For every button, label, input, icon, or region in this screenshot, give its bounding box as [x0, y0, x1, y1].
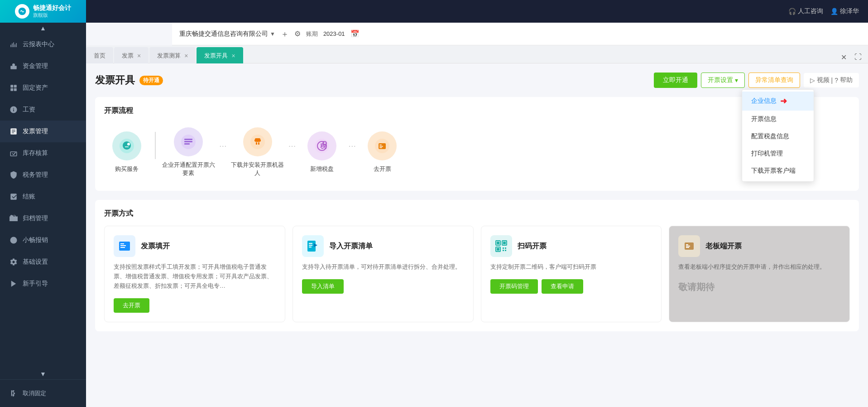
sidebar-item-invoice[interactable]: 发票管理	[0, 121, 86, 142]
process-icon-2	[174, 127, 203, 156]
svg-rect-52	[505, 247, 506, 249]
tab-invoice-issue[interactable]: 发票开具 ×	[197, 47, 243, 63]
help-consult-btn[interactable]: 🎧 人工咨询	[788, 7, 823, 15]
settings-btn-label: 开票设置	[708, 76, 733, 84]
sidebar-item-expense[interactable]: 小畅报销	[0, 229, 86, 251]
sidebar-item-salary[interactable]: 工资	[0, 99, 86, 121]
company-name-display[interactable]: 重庆畅捷交通信息咨询有限公司 ▼	[179, 30, 275, 38]
sidebar-item-close-account[interactable]: 结账	[0, 186, 86, 208]
process-step-3: 下载并安装开票机器人	[230, 127, 285, 177]
method-card-fill-header: 发票填开	[114, 235, 276, 257]
svg-rect-49	[503, 242, 506, 244]
dropdown-company-info-label: 企业信息	[751, 97, 777, 105]
page-title-area: 发票开具 待开通	[95, 73, 163, 87]
sidebar-item-settings[interactable]: 基础设置	[0, 251, 86, 273]
tab-home[interactable]: 首页	[86, 47, 113, 63]
tab-invoice-close[interactable]: ×	[137, 52, 141, 59]
logo-area: 畅捷通好会计 旗舰版	[0, 0, 86, 23]
sidebar-item-asset[interactable]: 固定资产	[0, 77, 86, 99]
method-card-fill: 发票填开 支持按照发票样式手工填开发票；可开具增值税电子普通发票、增值税普通发票…	[104, 226, 285, 322]
tab-close-btn[interactable]: ✕	[837, 51, 850, 63]
tab-invoice-calc-close[interactable]: ×	[184, 52, 188, 59]
svg-rect-54	[505, 250, 506, 251]
method-icon-boss	[678, 235, 700, 257]
calendar-icon[interactable]: 📅	[350, 29, 360, 38]
add-company-btn[interactable]: ＋	[281, 29, 289, 39]
tab-invoice[interactable]: 发票 ×	[114, 47, 149, 63]
method-title-fill: 发票填开	[141, 242, 170, 251]
method-icon-import	[302, 235, 324, 257]
tabs-bar: 首页 发票 × 发票测算 × 发票开具 × ✕ ⛶	[86, 45, 868, 63]
user-name-label: 徐泽华	[840, 7, 859, 15]
settings-chevron-icon: ▾	[735, 77, 738, 84]
svg-rect-38	[120, 245, 126, 246]
settings-btn[interactable]: 开票设置 ▾	[701, 73, 745, 88]
go-invoice-btn[interactable]: 去开票	[114, 298, 149, 313]
top-bar: 畅捷通好会计 旗舰版 🎧 人工咨询 👤 徐泽华	[0, 0, 868, 23]
sidebar-bottom: 取消固定	[0, 379, 86, 407]
guide-icon	[9, 279, 18, 288]
sidebar-item-guide[interactable]: 新手引导	[0, 273, 86, 295]
dropdown-item-invoice-info[interactable]: 开票信息	[742, 111, 814, 128]
stock-icon	[9, 149, 18, 158]
dropdown-item-download-client[interactable]: 下载开票客户端	[742, 162, 814, 179]
header-actions: 立即开通 开票设置 ▾ 企业信息 ➜ 开票信息	[654, 73, 859, 88]
view-apply-btn[interactable]: 查看申请	[542, 279, 583, 294]
dropdown-item-company-info[interactable]: 企业信息 ➜	[742, 92, 814, 111]
dropdown-tax-config-label: 配置税盘信息	[751, 132, 789, 141]
sidebar-scroll-down[interactable]: ▼	[0, 368, 86, 379]
sidebar-scroll-up[interactable]: ▲	[0, 23, 86, 34]
process-flow: 购买服务 企业开通配置开票六要素	[104, 123, 850, 182]
svg-rect-4	[14, 85, 17, 87]
method-desc-scan: 支持定制开票二维码，客户端可扫码开票	[490, 262, 652, 272]
sidebar-item-cloud-report[interactable]: 云报表中心	[0, 34, 86, 55]
process-icon-4: 税 +	[307, 131, 336, 160]
status-badge: 待开通	[139, 76, 163, 85]
logo-icon	[15, 4, 29, 19]
user-profile-btn[interactable]: 👤 徐泽华	[830, 7, 859, 15]
svg-point-14	[127, 143, 130, 145]
method-grid: 发票填开 支持按照发票样式手工填开发票；可开具增值税电子普通发票、增值税普通发票…	[104, 226, 850, 322]
sidebar-item-tax[interactable]: 税务管理	[0, 164, 86, 186]
activate-btn[interactable]: 立即开通	[654, 73, 697, 88]
sidebar-label: 库存核算	[23, 149, 48, 157]
svg-rect-42	[309, 243, 312, 244]
process-icon-1	[112, 131, 141, 160]
user-avatar-icon: 👤	[830, 8, 838, 15]
content-area: 重庆畅捷交通信息咨询有限公司 ▼ ＋ ⚙ 账期 2023-01 📅 首页 发票 …	[86, 23, 868, 407]
sidebar-label: 小畅报销	[23, 236, 48, 244]
dropdown-item-tax-config[interactable]: 配置税盘信息	[742, 128, 814, 145]
headset-icon: 🎧	[788, 8, 796, 15]
logo-title: 畅捷通好会计	[33, 4, 71, 12]
import-list-btn[interactable]: 导入清单	[302, 279, 344, 294]
svg-rect-22	[256, 142, 257, 145]
settings-dropdown: 企业信息 ➜ 开票信息 配置税盘信息 打印机管理 下	[742, 89, 814, 182]
company-bar: 重庆畅捷交通信息咨询有限公司 ▼ ＋ ⚙ 账期 2023-01 📅	[172, 23, 868, 45]
abnormal-btn[interactable]: 异常清单查询	[748, 73, 800, 88]
tab-maximize-btn[interactable]: ⛶	[852, 51, 864, 63]
sidebar-item-archive[interactable]: 归档管理	[0, 208, 86, 229]
svg-rect-34	[379, 146, 383, 147]
logo-subtitle: 旗舰版	[33, 12, 71, 19]
svg-rect-23	[258, 142, 259, 145]
dropdown-printer-label: 打印机管理	[751, 150, 783, 158]
svg-rect-43	[309, 245, 312, 246]
dropdown-item-printer[interactable]: 打印机管理	[742, 145, 814, 162]
dropdown-download-client-label: 下载开票客户端	[751, 167, 796, 175]
settings-icon	[9, 257, 18, 266]
video-btn[interactable]: ▷ 视频 | ? 帮助	[804, 73, 859, 87]
sidebar-item-fund[interactable]: 资金管理	[0, 55, 86, 77]
sidebar-item-unpin[interactable]: 取消固定	[0, 384, 86, 402]
qr-manage-btn[interactable]: 开票码管理	[490, 279, 538, 294]
sidebar-label: 基础设置	[23, 258, 48, 266]
company-settings-btn[interactable]: ⚙	[294, 29, 301, 38]
svg-rect-53	[503, 250, 504, 251]
separator: |	[831, 77, 833, 84]
tab-invoice-issue-close[interactable]: ×	[231, 52, 235, 59]
methods-section-title: 开票方式	[104, 209, 850, 218]
chart-icon	[9, 40, 18, 49]
archive-icon	[9, 214, 18, 223]
sidebar-item-stock[interactable]: 库存核算	[0, 142, 86, 164]
play-icon: ▷	[810, 77, 815, 84]
tab-invoice-calc[interactable]: 发票测算 ×	[149, 47, 196, 63]
